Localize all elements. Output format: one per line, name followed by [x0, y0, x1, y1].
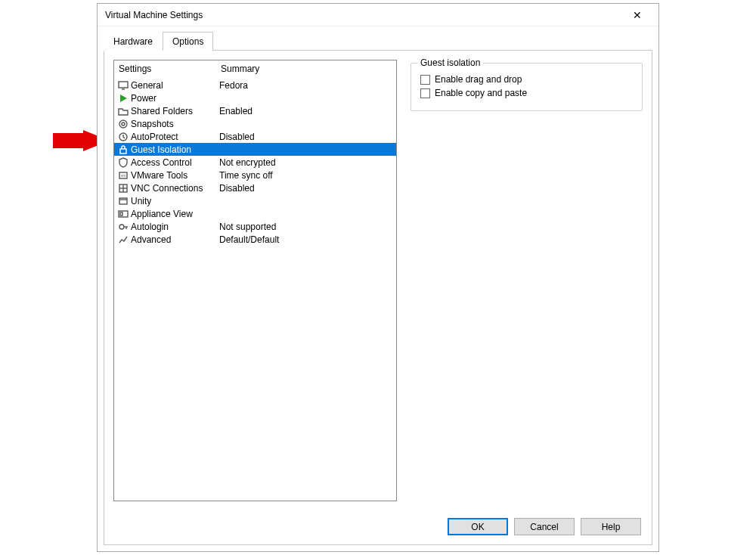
row-label: VMware Tools	[131, 170, 219, 181]
row-label: Advanced	[131, 234, 219, 245]
lock-icon	[117, 144, 129, 155]
vm-settings-dialog: Virtual Machine Settings ✕ Hardware Opti…	[97, 3, 659, 552]
list-header: Settings Summary	[114, 60, 396, 79]
window-title: Virtual Machine Settings	[104, 10, 622, 20]
settings-row-general[interactable]: GeneralFedora	[114, 79, 396, 91]
row-label: AutoProtect	[131, 132, 219, 142]
row-summary: Not encrypted	[219, 157, 393, 168]
svg-point-17	[119, 225, 124, 229]
svg-rect-1	[119, 82, 128, 88]
dialog-buttons: OK Cancel Help	[104, 510, 652, 544]
svg-rect-7	[120, 149, 126, 153]
svg-rect-16	[120, 212, 122, 215]
column-header-summary: Summary	[221, 64, 392, 74]
settings-row-vmware-tools[interactable]: vmVMware ToolsTime sync off	[114, 169, 396, 181]
row-label: Appliance View	[131, 209, 219, 219]
appliance-icon	[117, 209, 129, 219]
checkbox-enable-drag-drop[interactable]: Enable drag and drop	[420, 74, 633, 85]
settings-row-advanced[interactable]: AdvancedDefault/Default	[114, 233, 396, 246]
tab-hardware[interactable]: Hardware	[104, 32, 163, 51]
checkbox-box-icon	[420, 75, 430, 85]
svg-rect-13	[119, 198, 127, 204]
vm-box-icon: vm	[117, 170, 129, 181]
settings-row-autologin[interactable]: AutologinNot supported	[114, 220, 396, 233]
settings-row-unity[interactable]: Unity	[114, 194, 396, 207]
row-label: Access Control	[131, 157, 219, 168]
play-icon	[117, 93, 129, 104]
row-summary: Not supported	[219, 222, 393, 232]
svg-point-5	[122, 122, 125, 126]
grid-icon	[117, 183, 129, 194]
clock-icon	[117, 132, 129, 142]
monitor-icon	[117, 80, 129, 91]
row-summary: Time sync off	[219, 170, 393, 181]
settings-row-power[interactable]: Power	[114, 91, 396, 104]
row-summary: Fedora	[219, 80, 393, 91]
ok-button[interactable]: OK	[448, 518, 508, 535]
settings-row-vnc-connections[interactable]: VNC ConnectionsDisabled	[114, 181, 396, 194]
column-header-settings: Settings	[119, 64, 221, 74]
checkbox-label: Enable copy and paste	[435, 88, 527, 98]
settings-row-autoprotect[interactable]: AutoProtectDisabled	[114, 130, 396, 143]
settings-row-access-control[interactable]: Access ControlNot encrypted	[114, 156, 396, 169]
group-guest-isolation: Guest isolation Enable drag and drop Ena…	[411, 63, 643, 111]
group-title: Guest isolation	[417, 57, 483, 68]
row-summary: Disabled	[219, 132, 393, 142]
tab-panel-options: Settings Summary GeneralFedoraPowerShare…	[104, 50, 652, 545]
svg-marker-3	[120, 95, 127, 102]
settings-row-appliance-view[interactable]: Appliance View	[114, 207, 396, 220]
checkbox-label: Enable drag and drop	[435, 74, 522, 85]
checkbox-enable-copy-paste[interactable]: Enable copy and paste	[420, 88, 633, 98]
row-label: Power	[131, 93, 219, 104]
checkbox-box-icon	[420, 88, 430, 98]
settings-row-shared-folders[interactable]: Shared FoldersEnabled	[114, 104, 396, 117]
row-label: Autologin	[131, 222, 219, 232]
tab-options[interactable]: Options	[163, 32, 213, 51]
list-rows: GeneralFedoraPowerShared FoldersEnabledS…	[114, 79, 396, 501]
row-label: Guest Isolation	[131, 144, 219, 155]
row-label: Shared Folders	[131, 106, 219, 116]
details-pane: Guest isolation Enable drag and drop Ena…	[411, 60, 643, 501]
row-summary: Enabled	[219, 106, 393, 116]
svg-point-4	[119, 120, 127, 128]
folder-share-icon	[117, 106, 129, 116]
row-label: General	[131, 80, 219, 91]
close-button[interactable]: ✕	[622, 9, 652, 21]
row-summary: Default/Default	[219, 234, 393, 245]
titlebar: Virtual Machine Settings ✕	[98, 4, 658, 26]
row-label: VNC Connections	[131, 183, 219, 194]
row-summary: Disabled	[219, 183, 393, 194]
chart-icon	[117, 234, 129, 245]
cancel-button[interactable]: Cancel	[514, 518, 575, 535]
settings-row-snapshots[interactable]: Snapshots	[114, 117, 396, 130]
row-label: Unity	[131, 196, 219, 206]
row-label: Snapshots	[131, 119, 219, 129]
tabstrip: Hardware Options	[98, 26, 658, 50]
settings-list: Settings Summary GeneralFedoraPowerShare…	[113, 60, 397, 501]
help-button[interactable]: Help	[581, 518, 641, 535]
shield-icon	[117, 157, 129, 168]
settings-row-guest-isolation[interactable]: Guest Isolation	[114, 143, 396, 156]
snapshot-icon	[117, 119, 129, 129]
svg-text:vm: vm	[121, 173, 126, 178]
key-icon	[117, 222, 129, 232]
window-icon	[117, 196, 129, 206]
